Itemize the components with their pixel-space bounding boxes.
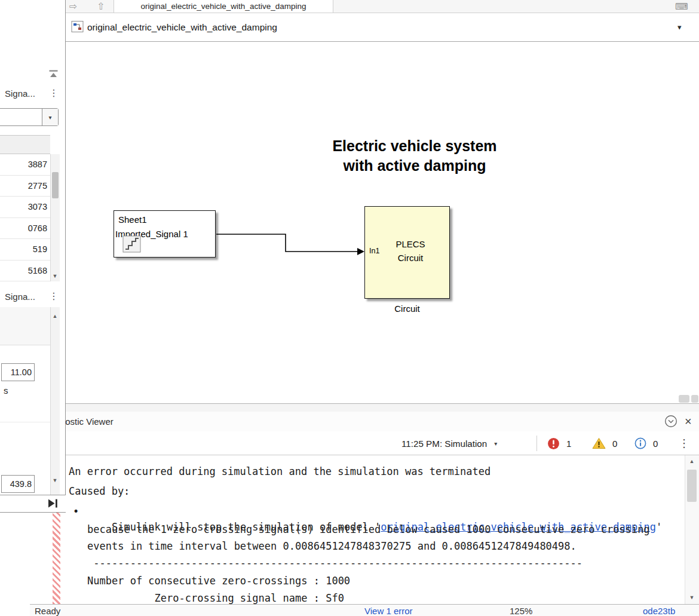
- error-marker-stripe: [53, 504, 60, 604]
- combobox-dropdown-button[interactable]: ▾: [42, 109, 58, 125]
- error-icon: [547, 437, 560, 450]
- keyboard-icon[interactable]: ⌨: [675, 0, 688, 13]
- error-filter-button[interactable]: 1: [547, 431, 571, 455]
- diagnostic-line: An error occurred during simulation and …: [69, 464, 490, 479]
- signal-table-header: [0, 135, 50, 154]
- diagnostic-line: Caused by:: [69, 483, 130, 499]
- signal-combobox[interactable]: ▾: [0, 108, 59, 126]
- scrollbar-track[interactable]: [50, 307, 60, 495]
- section-menu-icon[interactable]: ⋮: [49, 87, 59, 99]
- diagnostic-line: events in time interval between 0.008645…: [87, 538, 577, 554]
- info-icon: [634, 437, 646, 449]
- plecs-label-line1: PLECS: [375, 237, 446, 251]
- canvas-title-line2: with active damping: [295, 157, 534, 174]
- plecs-label-line2: Circuit: [375, 251, 446, 265]
- time-value-input[interactable]: [1, 363, 35, 381]
- signal-group-band: [0, 307, 50, 345]
- model-tab-label: original_electric_vehicle_with_active_da…: [141, 2, 306, 11]
- signal-value-cell[interactable]: 0768: [0, 218, 50, 240]
- signal-value-cell[interactable]: 3887: [0, 154, 50, 176]
- diagnostic-line: Number of consecutive zero-crossings : 1…: [87, 573, 350, 589]
- forward-arrow-icon[interactable]: ⇨: [69, 0, 77, 13]
- section-menu-icon[interactable]: ⋮: [49, 290, 59, 302]
- signal-connector-line[interactable]: [216, 229, 366, 257]
- signals-section-title: Signa...: [5, 292, 35, 302]
- plecs-block-label: PLECS Circuit: [375, 237, 446, 265]
- row-divider: [0, 422, 50, 422]
- chevron-down-icon: ▾: [494, 440, 497, 447]
- info-filter-button[interactable]: 0: [634, 431, 658, 455]
- cursor-value-input[interactable]: [1, 475, 35, 493]
- zoom-level[interactable]: 125%: [510, 606, 532, 616]
- scrollbar-thumb[interactable]: [52, 172, 59, 198]
- close-icon[interactable]: ×: [685, 412, 692, 431]
- h-scrollbar-fragment[interactable]: [679, 395, 689, 403]
- solver-link[interactable]: ode23tb: [643, 606, 675, 616]
- diagnostic-viewer-header: [30, 412, 699, 431]
- simulink-window: ⇨ ⇧ original_electric_vehicle_with_activ…: [0, 0, 699, 616]
- overflow-menu-icon[interactable]: ⋮: [679, 431, 689, 455]
- model-tab[interactable]: original_electric_vehicle_with_active_da…: [114, 0, 333, 13]
- h-scrollbar-fragment[interactable]: [691, 395, 698, 403]
- warning-count: 0: [612, 439, 617, 449]
- view-error-link[interactable]: View 1 error: [364, 606, 413, 616]
- signals-section-title: Signa...: [5, 88, 35, 99]
- signal-value-cell[interactable]: 2775: [0, 176, 50, 197]
- skip-to-end-icon[interactable]: [47, 498, 59, 509]
- scroll-up-button[interactable]: ▲: [50, 311, 60, 321]
- collapse-chevron-icon[interactable]: [664, 415, 677, 428]
- simulink-model-icon: [71, 20, 84, 33]
- scroll-up-button[interactable]: ▲: [685, 456, 699, 466]
- warning-icon: [592, 437, 606, 449]
- signal-value-cell[interactable]: 3073: [0, 197, 50, 218]
- signal-value-cell[interactable]: 5168: [0, 261, 50, 282]
- combobox-input[interactable]: [0, 109, 42, 125]
- toolbar-separator: [536, 436, 537, 451]
- breadcrumb-model-name[interactable]: original_electric_vehicle_with_active_da…: [87, 13, 277, 42]
- error-count: 1: [566, 439, 571, 449]
- warning-filter-button[interactable]: 0: [592, 431, 617, 455]
- up-arrow-icon[interactable]: ⇧: [97, 0, 105, 13]
- data-inspector-panel: Signa... ⋮ ▾ 3887 2775 3073 0768 519 516…: [0, 0, 66, 513]
- diagnostic-line: ----------------------------------------…: [87, 555, 582, 571]
- run-selector-label: 11:25 PM: Simulation: [401, 439, 487, 449]
- info-count: 0: [653, 439, 658, 449]
- line3-text-after: ': [656, 521, 662, 533]
- plecs-block-caption: Circuit: [364, 304, 450, 314]
- bullet-icon: •: [73, 504, 79, 519]
- collapse-panel-icon[interactable]: [48, 69, 59, 79]
- diagnostic-line: because the 1 zero crossing signal(s) id…: [87, 522, 650, 537]
- canvas-title-line1: Electric vehicle system: [295, 137, 534, 155]
- scroll-down-button[interactable]: ▼: [685, 593, 699, 602]
- chevron-down-icon: ▾: [48, 114, 51, 121]
- time-unit-label: s: [4, 385, 8, 396]
- scroll-down-button[interactable]: ▼: [50, 271, 60, 281]
- run-selector[interactable]: 11:25 PM: Simulation ▾: [401, 431, 497, 455]
- scrollbar-thumb[interactable]: [687, 470, 697, 502]
- panel-splitter[interactable]: [30, 404, 699, 412]
- scroll-down-button[interactable]: ▼: [50, 475, 60, 486]
- signal-waveform-icon: [122, 235, 145, 254]
- breadcrumb-dropdown-icon[interactable]: ▾: [677, 13, 682, 42]
- status-text: Ready: [35, 606, 60, 616]
- source-block-name-line1: Sheet1: [118, 214, 147, 225]
- signal-value-cell[interactable]: 519: [0, 239, 50, 261]
